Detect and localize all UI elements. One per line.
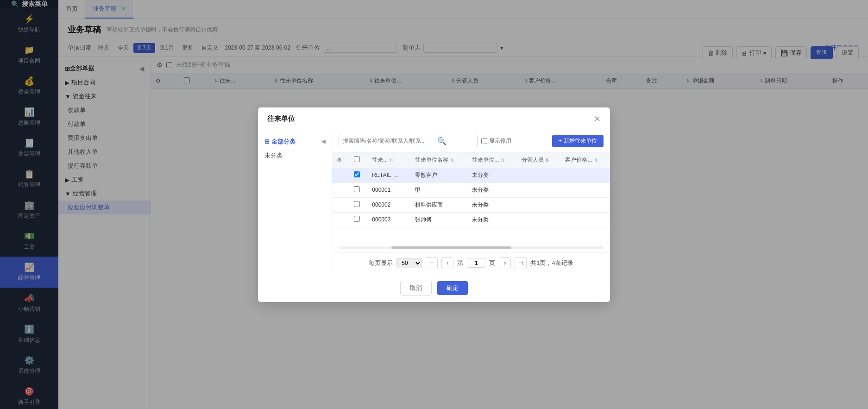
row-type: 未分类 (467, 197, 517, 212)
table-row[interactable]: RETAIL_... 零散客户 未分类 (332, 168, 610, 182)
modal-pagination: 每页显示 50 100 ⊢ ‹ 第 页 › ⊣ 共1页，4条记录 (332, 252, 610, 274)
add-icon: + (559, 138, 562, 144)
add-partner-button[interactable]: + 新增往来单位 (552, 135, 604, 147)
modal-left-unclassified[interactable]: 未分类 (258, 149, 332, 163)
modal-search-box: 🔍 (339, 135, 478, 147)
modal-th-sales: 分管人员 ⇅ (517, 152, 561, 168)
row-sales (517, 168, 561, 182)
page-number-prefix: 第 (457, 259, 463, 267)
table-row[interactable]: 000002 材料供应商 未分类 (332, 197, 610, 212)
last-page-button[interactable]: ⊣ (515, 257, 527, 269)
modal-left-header-label: 全部分类 (271, 138, 296, 146)
modal-data-table: ⚙ 往来... ⇅ 往来单位名称 ⇅ 往来单位... ⇅ 分管人员 ⇅ 客户价格… (332, 152, 610, 227)
row-checkbox (349, 197, 367, 212)
modal-right-panel: 🔍 显示停用 + 新增往来单位 (332, 130, 610, 274)
row-sales (517, 182, 561, 197)
row-select-checkbox[interactable] (354, 216, 360, 222)
grid-icon: ⊞ (264, 138, 270, 145)
row-price (560, 197, 610, 212)
row-select-checkbox[interactable] (354, 171, 360, 177)
row-sales (517, 197, 561, 212)
modal-close-icon[interactable]: ✕ (594, 114, 601, 124)
row-type: 未分类 (467, 212, 517, 227)
row-checkbox (349, 182, 367, 197)
row-settings (332, 197, 349, 212)
row-type: 未分类 (467, 182, 517, 197)
cancel-button[interactable]: 取消 (400, 281, 432, 296)
page-unit-label: 页 (489, 259, 495, 267)
row-code: RETAIL_... (367, 168, 410, 182)
first-page-button[interactable]: ⊢ (426, 257, 438, 269)
row-code: 000003 (367, 212, 410, 227)
row-select-checkbox[interactable] (354, 201, 360, 207)
modal-th-type: 往来单位... ⇅ (467, 152, 517, 168)
row-price (560, 182, 610, 197)
modal-scrollbar-track[interactable] (339, 246, 604, 249)
row-checkbox (349, 168, 367, 182)
modal-scrollbar-thumb (391, 246, 510, 249)
row-settings (332, 182, 349, 197)
modal-select-all[interactable] (354, 156, 360, 162)
modal-th-price: 客户价格... ⇅ (560, 152, 610, 168)
row-name: 张帅傅 (410, 212, 467, 227)
prev-page-button[interactable]: ‹ (441, 257, 453, 269)
table-row[interactable]: 000001 甲 未分类 (332, 182, 610, 197)
row-price (560, 168, 610, 182)
search-icon: 🔍 (437, 137, 447, 145)
modal-header: 往来单位 ✕ (258, 107, 610, 130)
show-disabled-option: 显示停用 (481, 137, 511, 145)
row-settings (332, 212, 349, 227)
confirm-button[interactable]: 确定 (437, 281, 468, 295)
show-disabled-checkbox[interactable] (481, 138, 487, 144)
modal-search-input[interactable] (343, 138, 435, 144)
page-size-select[interactable]: 50 100 (396, 258, 422, 268)
row-settings (332, 168, 349, 182)
row-code: 000001 (367, 182, 410, 197)
modal-left-header: ⊞ 全部分类 ◀ (258, 135, 332, 149)
row-checkbox (349, 212, 367, 227)
modal-body: ⊞ 全部分类 ◀ 未分类 🔍 显示停用 (258, 130, 610, 274)
page-number-input[interactable] (467, 258, 485, 268)
next-page-button[interactable]: › (499, 257, 511, 269)
modal-th-name: 往来单位名称 ⇅ (410, 152, 467, 168)
modal-table-container: ⚙ 往来... ⇅ 往来单位名称 ⇅ 往来单位... ⇅ 分管人员 ⇅ 客户价格… (332, 152, 610, 244)
row-name: 零散客户 (410, 168, 467, 182)
row-name: 材料供应商 (410, 197, 467, 212)
page-size-label: 每页显示 (369, 259, 393, 267)
row-sales (517, 212, 561, 227)
table-row[interactable]: 000003 张帅傅 未分类 (332, 212, 610, 227)
modal-collapse-icon[interactable]: ◀ (321, 138, 325, 145)
modal-footer: 取消 确定 (258, 274, 610, 302)
modal-overlay[interactable]: 往来单位 ✕ ⊞ 全部分类 ◀ 未分类 🔍 (0, 0, 868, 409)
row-code: 000002 (367, 197, 410, 212)
show-disabled-label: 显示停用 (489, 137, 511, 145)
row-price (560, 212, 610, 227)
row-name: 甲 (410, 182, 467, 197)
modal-th-code: 往来... ⇅ (367, 152, 410, 168)
add-partner-label: 新增往来单位 (564, 137, 597, 145)
modal-toolbar: 🔍 显示停用 + 新增往来单位 (332, 130, 610, 152)
row-type: 未分类 (467, 168, 517, 182)
row-select-checkbox[interactable] (354, 186, 360, 192)
modal-title: 往来单位 (267, 114, 295, 123)
partner-modal: 往来单位 ✕ ⊞ 全部分类 ◀ 未分类 🔍 (258, 107, 610, 302)
modal-th-settings: ⚙ (332, 152, 349, 168)
total-records-label: 共1页，4条记录 (530, 259, 573, 267)
modal-left-panel: ⊞ 全部分类 ◀ 未分类 (258, 130, 332, 274)
modal-th-checkbox (349, 152, 367, 168)
